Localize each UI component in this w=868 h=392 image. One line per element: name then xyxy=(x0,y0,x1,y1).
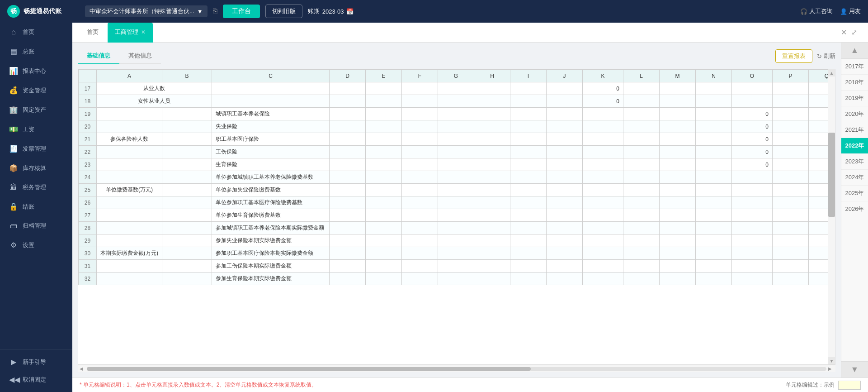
cell-a[interactable] xyxy=(97,260,162,272)
cell-empty[interactable] xyxy=(366,158,402,171)
cell-empty[interactable] xyxy=(330,133,366,146)
cell-empty[interactable] xyxy=(438,95,474,108)
cell-b[interactable] xyxy=(162,234,212,247)
sub-tab-basic[interactable]: 基础信息 xyxy=(78,48,119,64)
cell-empty[interactable] xyxy=(809,171,828,184)
cell-o[interactable]: 0 xyxy=(732,108,773,120)
tab-business[interactable]: 工商管理 ✕ xyxy=(108,23,153,43)
cell-empty[interactable] xyxy=(696,82,732,95)
cell-a[interactable] xyxy=(97,158,162,171)
cell-c[interactable]: 职工基本医疗保险 xyxy=(212,133,330,146)
cell-k[interactable] xyxy=(583,184,623,196)
sidebar-item-close[interactable]: 🔒 结账 xyxy=(0,197,72,216)
sidebar-item-archive[interactable]: 🗃 归档管理 xyxy=(0,216,72,235)
cell-empty[interactable] xyxy=(809,108,828,120)
year-item[interactable]: 2020年 xyxy=(841,106,868,122)
cell-empty[interactable] xyxy=(366,247,402,260)
cell-empty[interactable] xyxy=(438,247,474,260)
cell-empty[interactable] xyxy=(474,209,510,222)
sidebar-item-salary[interactable]: 💵 工资 xyxy=(0,120,72,139)
cell-o[interactable] xyxy=(732,234,773,247)
cell-c[interactable]: 参加城镇职工基本养老保险本期实际缴费金额 xyxy=(212,222,330,234)
cell-empty[interactable] xyxy=(366,222,402,234)
cell-empty[interactable] xyxy=(366,133,402,146)
cell-k[interactable] xyxy=(583,146,623,158)
cell-empty[interactable] xyxy=(623,120,660,133)
cell-c[interactable]: 参加生育保险本期实际缴费金额 xyxy=(212,272,330,285)
year-item[interactable]: 2026年 xyxy=(841,201,868,217)
cell-b[interactable] xyxy=(162,272,212,285)
cell-o[interactable]: 0 xyxy=(732,120,773,133)
cell-b[interactable] xyxy=(162,184,212,196)
cell-empty[interactable] xyxy=(660,260,696,272)
cell-empty[interactable] xyxy=(510,247,547,260)
cell-empty[interactable] xyxy=(330,222,366,234)
cell-b[interactable] xyxy=(162,120,212,133)
cell-empty[interactable] xyxy=(809,146,828,158)
cell-empty[interactable] xyxy=(773,158,809,171)
cell-empty[interactable] xyxy=(696,133,732,146)
cell-empty[interactable] xyxy=(696,196,732,209)
cell-empty[interactable] xyxy=(809,209,828,222)
cell-empty[interactable] xyxy=(402,108,438,120)
cell-empty[interactable] xyxy=(547,260,583,272)
cell-empty[interactable] xyxy=(366,196,402,209)
sidebar-item-asset[interactable]: 🏢 固定资产 xyxy=(0,100,72,120)
cell-empty[interactable] xyxy=(773,234,809,247)
cell-empty[interactable] xyxy=(773,272,809,285)
sidebar-item-settings[interactable]: ⚙ 设置 xyxy=(0,235,72,255)
cell-empty[interactable] xyxy=(809,234,828,247)
cell-empty[interactable] xyxy=(623,222,660,234)
cell-a[interactable]: 参保各险种人数 xyxy=(97,133,162,146)
cell-empty[interactable] xyxy=(438,209,474,222)
cell-empty[interactable] xyxy=(547,146,583,158)
cell-empty[interactable] xyxy=(809,222,828,234)
year-item[interactable]: 2024年 xyxy=(841,170,868,186)
copy-icon[interactable]: ⎘ xyxy=(213,7,217,15)
cell-empty[interactable] xyxy=(402,146,438,158)
cell-b[interactable] xyxy=(162,146,212,158)
cell-empty[interactable] xyxy=(696,260,732,272)
cell-empty[interactable] xyxy=(623,171,660,184)
cell-empty[interactable] xyxy=(402,209,438,222)
consult-button[interactable]: 🎧 人工咨询 xyxy=(800,7,833,15)
sidebar-item-report[interactable]: 📊 报表中心 xyxy=(0,61,72,81)
cell-empty[interactable] xyxy=(623,209,660,222)
cell-b[interactable] xyxy=(162,222,212,234)
cell-empty[interactable] xyxy=(660,247,696,260)
refresh-button[interactable]: ↻ 刷新 xyxy=(817,52,835,60)
cell-empty[interactable] xyxy=(330,209,366,222)
cell-empty[interactable] xyxy=(510,234,547,247)
cell-empty[interactable] xyxy=(330,272,366,285)
cell-empty[interactable] xyxy=(696,222,732,234)
cell-empty[interactable] xyxy=(773,95,809,108)
cell-b[interactable] xyxy=(162,196,212,209)
cell-empty[interactable] xyxy=(696,120,732,133)
cell-c[interactable]: 参加失业保险本期实际缴费金额 xyxy=(212,234,330,247)
cell-empty[interactable] xyxy=(330,108,366,120)
cell-empty[interactable] xyxy=(438,171,474,184)
cell-o[interactable] xyxy=(732,222,773,234)
cell-empty[interactable] xyxy=(773,196,809,209)
cell-c[interactable] xyxy=(212,82,330,95)
cell-k[interactable] xyxy=(583,234,623,247)
cell-empty[interactable] xyxy=(510,171,547,184)
cell-a[interactable] xyxy=(97,234,162,247)
cell-empty[interactable] xyxy=(660,171,696,184)
v-scroll-track[interactable] xyxy=(828,76,835,357)
sidebar-item-fund[interactable]: 💰 资金管理 xyxy=(0,81,72,100)
cell-a[interactable] xyxy=(97,171,162,184)
sidebar-item-ledger[interactable]: ▤ 总账 xyxy=(0,42,72,61)
cell-empty[interactable] xyxy=(330,171,366,184)
sidebar-item-unpin[interactable]: ◀◀ 取消固定 xyxy=(0,371,72,388)
cell-b[interactable] xyxy=(162,133,212,146)
cell-empty[interactable] xyxy=(623,272,660,285)
cell-empty[interactable] xyxy=(474,234,510,247)
cell-empty[interactable] xyxy=(402,171,438,184)
cell-empty[interactable] xyxy=(438,234,474,247)
sidebar-item-invoice[interactable]: 🧾 发票管理 xyxy=(0,139,72,158)
cell-empty[interactable] xyxy=(773,120,809,133)
cell-b[interactable] xyxy=(162,108,212,120)
sidebar-item-guide[interactable]: ▶ 新手引导 xyxy=(0,353,72,371)
cell-empty[interactable] xyxy=(547,272,583,285)
